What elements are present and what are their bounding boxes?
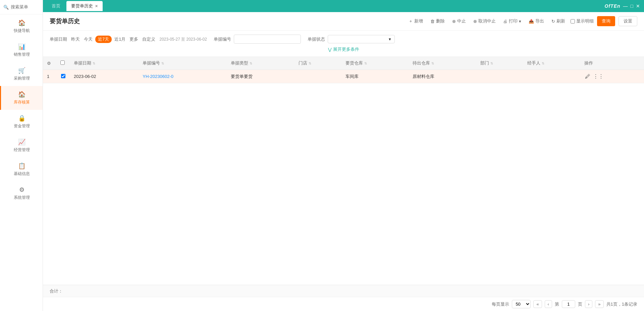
th-pending-warehouse[interactable]: 待出仓库 ⇅ (409, 57, 476, 70)
table-row: 1 2023-06-02 YH-20230602-0 要货单要货 车间库 原材料… (43, 70, 644, 83)
th-pending-warehouse-label: 待出仓库 (413, 60, 430, 66)
sort-pending-warehouse-icon[interactable]: ⇅ (431, 61, 434, 65)
refresh-icon: ↻ (551, 19, 555, 24)
date-more[interactable]: 更多 (128, 36, 140, 43)
th-handler[interactable]: 经手人 ⇅ (523, 57, 580, 70)
data-table: ⚙ 单据日期 ⇅ 单据编号 ⇅ (43, 57, 644, 83)
new-button[interactable]: ＋ 新增 (407, 17, 425, 26)
cell-index: 1 (43, 70, 56, 83)
stop-button[interactable]: ⊗ 中止 (450, 17, 468, 26)
sidebar-item-inventory[interactable]: 🏠 库存核算 (0, 86, 43, 110)
next-page-button[interactable]: › (585, 300, 592, 308)
doc-status-select[interactable]: ▾ (328, 35, 395, 43)
window-maximize-icon[interactable]: □ (631, 3, 633, 9)
tab-close-icon[interactable]: ✕ (95, 4, 98, 8)
inventory-icon: 🏠 (18, 91, 25, 98)
sort-handler-icon[interactable]: ⇅ (542, 61, 544, 65)
current-page-prefix: 第 (555, 301, 559, 307)
display-detail-toggle[interactable]: 显示明细 (571, 18, 594, 24)
select-all-checkbox[interactable] (60, 60, 65, 65)
date-range-display: 2023-05-27 至 2023-06-02 (159, 37, 207, 42)
filter-area: 单据日期 昨天 今天 近7天 近1月 更多 自定义 2023-05-27 至 2… (43, 31, 644, 57)
cancel-stop-button[interactable]: ⊗ 取消中止 (471, 17, 498, 26)
date-filter-label: 单据日期 (50, 36, 67, 42)
sort-store-icon[interactable]: ⇅ (309, 61, 311, 65)
th-doc-date[interactable]: 单据日期 ⇅ (70, 57, 139, 70)
doc-number-filter: 单据编号 (214, 35, 301, 44)
query-button[interactable]: 查询 (597, 16, 615, 26)
sum-label: 合计： (50, 288, 63, 294)
current-page-input[interactable] (562, 300, 575, 308)
row-checkbox[interactable] (61, 74, 65, 78)
delete-button[interactable]: 🗑 删除 (428, 17, 447, 26)
th-action: 操作 (580, 57, 644, 70)
date-yesterday[interactable]: 昨天 (70, 36, 81, 43)
th-doc-type[interactable]: 单据类型 ⇅ (227, 57, 294, 70)
cell-doc-type: 要货单要货 (227, 70, 294, 83)
sidebar-item-operations[interactable]: 📈 经营管理 (0, 134, 43, 158)
sidebar-item-basic[interactable]: 📋 基础信息 (0, 158, 43, 181)
filter-row: 单据日期 昨天 今天 近7天 近1月 更多 自定义 2023-05-27 至 2… (50, 35, 637, 44)
cell-req-warehouse: 车间库 (341, 70, 409, 83)
window-close-icon[interactable]: ✕ (636, 3, 640, 9)
window-minimize-icon[interactable]: — (623, 3, 628, 9)
sort-doc-type-icon[interactable]: ⇅ (250, 61, 252, 65)
export-button[interactable]: 📤 导出 (527, 17, 546, 26)
print-dropdown-icon: ▾ (519, 19, 521, 24)
refresh-button[interactable]: ↻ 刷新 (549, 17, 567, 26)
sort-department-icon[interactable]: ⇅ (490, 61, 493, 65)
tab-home[interactable]: 首页 (47, 1, 65, 11)
per-page-select[interactable]: 20 50 100 200 (512, 300, 531, 308)
tab-requisition-history[interactable]: 要货单历史 ✕ (66, 1, 103, 11)
row-edit-icon[interactable]: 🖉 (585, 74, 590, 79)
date-last1month[interactable]: 近1月 (113, 36, 127, 43)
doc-number-input[interactable] (234, 35, 301, 44)
settings-button[interactable]: 设置 (619, 16, 637, 26)
th-req-warehouse[interactable]: 要货仓库 ⇅ (341, 57, 409, 70)
expand-more-btn[interactable]: ⋁ 展开更多条件 (50, 45, 637, 54)
basic-icon: 📋 (18, 162, 25, 170)
th-store-label: 门店 (299, 60, 307, 66)
th-settings[interactable]: ⚙ (43, 57, 56, 70)
delete-icon: 🗑 (430, 19, 435, 24)
sidebar-item-sales[interactable]: 📊 销售管理 (0, 38, 43, 62)
search-icon: 🔍 (3, 5, 9, 10)
sidebar-search[interactable]: 🔍 搜索菜单 (0, 0, 43, 14)
plus-icon: ＋ (409, 18, 413, 24)
sidebar: 🔍 搜索菜单 🏠 快捷导航 📊 销售管理 🛒 采购管理 🏠 库存核算 🔒 资金管… (0, 0, 43, 311)
date-custom[interactable]: 自定义 (141, 36, 157, 43)
date-last7days[interactable]: 近7天 (95, 36, 112, 43)
per-page-label: 每页显示 (492, 301, 509, 307)
sidebar-item-system[interactable]: ⚙ 系统管理 (0, 181, 43, 205)
display-detail-checkbox[interactable] (571, 19, 575, 24)
sidebar-item-purchase[interactable]: 🛒 采购管理 (0, 62, 43, 86)
footer-sum: 合计： (43, 285, 644, 297)
th-store[interactable]: 门店 ⇅ (294, 57, 342, 70)
row-more-icon[interactable]: ⋮⋮ (593, 74, 604, 79)
sidebar-item-quick-nav[interactable]: 🏠 快捷导航 (0, 14, 43, 38)
sort-doc-date-icon[interactable]: ⇅ (93, 61, 95, 65)
prev-page-button[interactable]: ‹ (545, 300, 552, 308)
sidebar-item-finance[interactable]: 🔒 资金管理 (0, 110, 43, 134)
tab-home-label: 首页 (52, 3, 60, 9)
th-doc-date-label: 单据日期 (74, 60, 91, 66)
sidebar-item-label: 库存核算 (14, 99, 30, 105)
th-doc-number[interactable]: 单据编号 ⇅ (139, 57, 227, 70)
sidebar-item-label: 基础信息 (14, 171, 30, 177)
sales-icon: 📊 (18, 43, 25, 50)
sidebar-item-label: 系统管理 (14, 195, 30, 201)
print-button[interactable]: 🖨 打印 ▾ (501, 17, 523, 26)
sort-doc-number-icon[interactable]: ⇅ (161, 61, 164, 65)
sort-req-warehouse-icon[interactable]: ⇅ (364, 61, 367, 65)
sidebar-search-label: 搜索菜单 (11, 4, 28, 10)
last-page-button[interactable]: » (595, 300, 603, 308)
first-page-button[interactable]: « (533, 300, 542, 308)
cell-action: 🖉 ⋮⋮ (580, 70, 644, 83)
sidebar-item-label: 经营管理 (14, 147, 30, 153)
th-action-label: 操作 (584, 60, 593, 65)
date-today[interactable]: 今天 (83, 36, 94, 43)
th-department[interactable]: 部门 ⇅ (476, 57, 524, 70)
sidebar-item-label: 快捷导航 (14, 28, 30, 34)
doc-number-label: 单据编号 (214, 36, 231, 42)
doc-number-link[interactable]: YH-20230602-0 (143, 74, 173, 79)
